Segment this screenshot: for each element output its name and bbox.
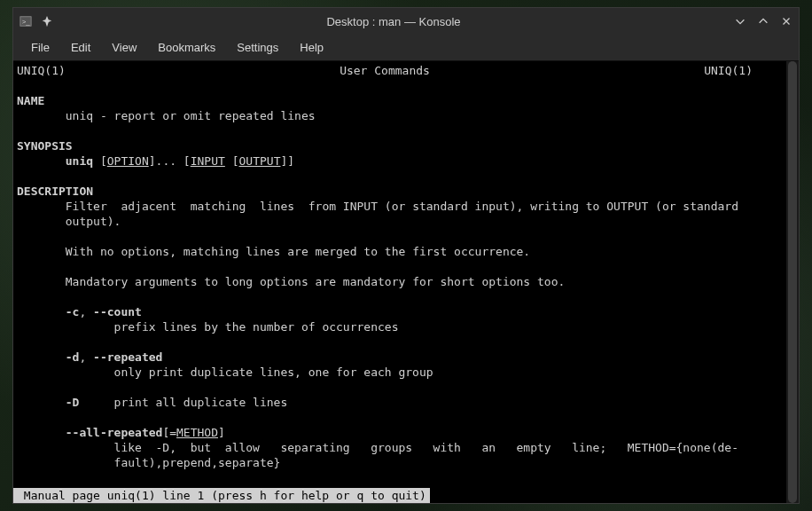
pin-icon[interactable] (40, 14, 54, 28)
menu-view[interactable]: View (103, 37, 145, 58)
opt-flag: -c (66, 305, 80, 318)
app-icon: >_ (19, 14, 33, 28)
opt-flag: -d (66, 350, 80, 364)
menu-help[interactable]: Help (291, 37, 332, 58)
man-header-center: User Commands (340, 63, 430, 78)
section-name: NAME (17, 94, 44, 107)
opt-desc: print all duplicate lines (79, 396, 287, 409)
man-header-right: UNIQ(1) (704, 63, 753, 78)
desc-line: output). (66, 215, 121, 228)
syn-option: OPTION (107, 154, 149, 168)
menu-edit[interactable]: Edit (62, 37, 99, 58)
section-description: DESCRIPTION (17, 185, 93, 198)
opt-flag: -D (66, 396, 80, 409)
opt-flag-long: --all-repeated (66, 426, 163, 439)
menubar: File Edit View Bookmarks Settings Help (13, 35, 799, 61)
terminal-viewport[interactable]: UNIQ(1)User CommandsUNIQ(1) NAME uniq - … (13, 61, 799, 503)
opt-desc: prefix lines by the number of occurrence… (114, 320, 399, 334)
menu-bookmarks[interactable]: Bookmarks (149, 37, 224, 58)
opt-flag-long: --count (93, 305, 142, 318)
titlebar[interactable]: >_ Desktop : man — Konsole (13, 8, 799, 35)
syn-input: INPUT (191, 154, 225, 168)
scrollbar[interactable] (786, 61, 799, 503)
opt-desc: like -D, but allow separating groups wit… (114, 441, 738, 454)
konsole-window: >_ Desktop : man — Konsole File Edit Vie… (12, 7, 800, 504)
scrollbar-thumb[interactable] (788, 61, 797, 503)
close-button[interactable] (779, 14, 793, 28)
window-title: Desktop : man — Konsole (54, 15, 733, 28)
name-line: uniq - report or omit repeated lines (66, 109, 316, 122)
desc-line: Mandatory arguments to long options are … (66, 275, 566, 288)
syn-output: OUTPUT (239, 154, 281, 168)
minimize-button[interactable] (733, 14, 747, 28)
desc-line: With no options, matching lines are merg… (66, 245, 530, 258)
maximize-button[interactable] (756, 14, 770, 28)
desc-line: Filter adjacent matching lines from INPU… (66, 200, 738, 213)
opt-flag-long: --repeated (93, 350, 162, 364)
opt-desc: only print duplicate lines, one for each… (114, 366, 433, 379)
man-header-left: UNIQ(1) (17, 63, 66, 78)
menu-file[interactable]: File (22, 37, 59, 58)
man-status-line: Manual page uniq(1) line 1 (press h for … (13, 488, 430, 503)
man-page-content: UNIQ(1)User CommandsUNIQ(1) NAME uniq - … (17, 63, 795, 470)
svg-text:>_: >_ (22, 18, 31, 26)
opt-method: METHOD (176, 426, 218, 439)
syn-cmd: uniq (66, 154, 93, 168)
opt-desc: fault),prepend,separate} (114, 456, 281, 469)
menu-settings[interactable]: Settings (228, 37, 287, 58)
section-synopsis: SYNOPSIS (17, 139, 73, 153)
